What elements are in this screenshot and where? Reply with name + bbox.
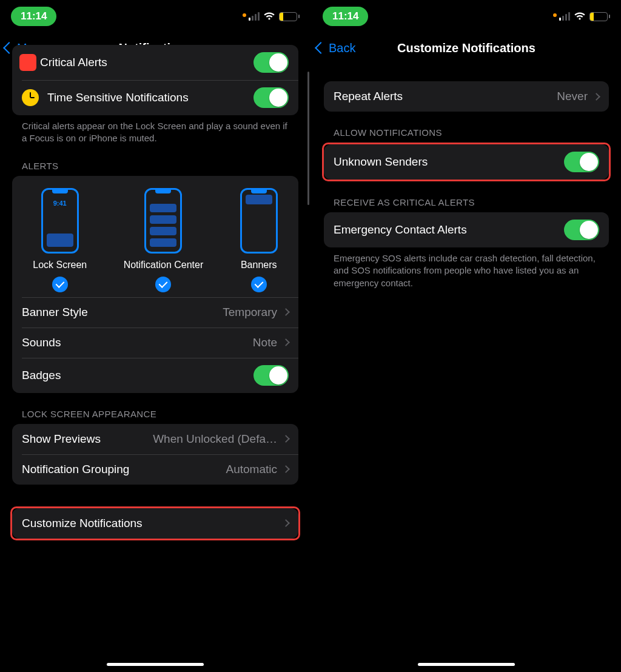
banner-style-label: Banner Style	[22, 306, 223, 319]
wifi-icon	[574, 12, 586, 21]
chevron-right-icon	[282, 308, 290, 316]
time-sensitive-toggle[interactable]	[253, 87, 289, 108]
emergency-contact-alerts-row[interactable]: Emergency Contact Alerts	[324, 212, 609, 247]
sounds-label: Sounds	[22, 336, 253, 349]
alert-option-banners[interactable]: Banners	[240, 188, 278, 292]
phone-left: 11:14 18 Messages Notifications	[0, 0, 310, 672]
critical-alerts-toggle[interactable]	[253, 52, 289, 73]
emergency-label: Emergency Contact Alerts	[334, 223, 564, 237]
wifi-icon	[263, 12, 275, 21]
home-indicator[interactable]	[107, 663, 204, 666]
critical-alerts-row[interactable]: Critical Alerts	[12, 45, 298, 80]
alert-option-notification-center[interactable]: Notification Center	[124, 188, 204, 292]
repeat-alerts-row[interactable]: Repeat Alerts Never	[324, 81, 609, 112]
alert-option-label: Notification Center	[124, 260, 204, 270]
sounds-row[interactable]: Sounds Note	[12, 328, 298, 358]
time-sensitive-label: Time Sensitive Notifications	[47, 91, 253, 104]
check-icon	[52, 277, 68, 292]
lockscreen-group: Show Previews When Unlocked (Defa… Notif…	[12, 424, 298, 485]
show-previews-value: When Unlocked (Defa…	[153, 432, 277, 446]
phone-right: 11:14 18 Back Customize Notifications Re…	[310, 0, 621, 672]
check-icon	[155, 277, 171, 292]
notification-grouping-row[interactable]: Notification Grouping Automatic	[12, 454, 298, 485]
repeat-alerts-label: Repeat Alerts	[334, 90, 557, 103]
badges-toggle[interactable]	[253, 365, 289, 386]
home-indicator[interactable]	[418, 663, 515, 666]
sounds-value: Note	[253, 336, 277, 349]
repeat-alerts-value: Never	[557, 90, 588, 103]
section-critical: Critical Alerts Time Sensitive Notificat…	[12, 45, 298, 115]
banner-style-row[interactable]: Banner Style Temporary	[12, 297, 298, 328]
show-previews-label: Show Previews	[22, 432, 153, 446]
critical-footer: Critical alerts appear on the Lock Scree…	[12, 115, 298, 145]
alert-styles-panel: 9:41 Lock Screen Notification Center	[12, 176, 298, 297]
customize-label: Customize Notifications	[22, 517, 277, 530]
chevron-right-icon	[282, 435, 290, 443]
grouping-label: Notification Grouping	[22, 463, 226, 476]
emergency-footer: Emergency SOS alerts include car crash d…	[324, 247, 609, 289]
chevron-right-icon	[282, 338, 290, 346]
battery-icon: 18	[589, 12, 610, 21]
chevron-right-icon	[282, 519, 290, 527]
lock-screen-icon: 9:41	[41, 188, 79, 254]
unknown-senders-highlight: Unknown Senders	[322, 143, 611, 181]
exclamation-icon	[19, 54, 36, 71]
mic-indicator-dot	[243, 13, 246, 17]
allow-header: ALLOW NOTIFICATIONS	[324, 112, 609, 143]
alert-option-label: Lock Screen	[33, 260, 87, 270]
mic-indicator-dot	[553, 13, 557, 17]
status-time: 11:14	[11, 7, 56, 26]
banner-style-value: Temporary	[223, 306, 277, 319]
back-button[interactable]: Back	[317, 41, 355, 55]
repeat-alerts-group: Repeat Alerts Never	[324, 81, 609, 112]
lockscreen-header: LOCK SCREEN APPEARANCE	[12, 393, 298, 424]
notification-center-icon	[144, 188, 182, 254]
chevron-left-icon	[315, 42, 327, 54]
badges-label: Badges	[22, 369, 253, 382]
cellular-icon	[559, 12, 570, 21]
grouping-value: Automatic	[226, 463, 277, 476]
critical-alerts-label: Critical Alerts	[40, 56, 253, 69]
chevron-right-icon	[592, 93, 600, 101]
battery-icon: 18	[279, 12, 300, 21]
customize-highlight: Customize Notifications	[10, 506, 300, 540]
emergency-group: Emergency Contact Alerts	[324, 212, 609, 247]
cellular-icon	[249, 12, 260, 21]
show-previews-row[interactable]: Show Previews When Unlocked (Defa…	[12, 424, 298, 454]
alerts-header: ALERTS	[12, 145, 298, 176]
status-time: 11:14	[323, 7, 368, 26]
status-bar: 11:14 18	[312, 0, 621, 33]
alerts-group: 9:41 Lock Screen Notification Center	[12, 176, 298, 393]
status-bar: 11:14 18	[0, 0, 310, 33]
critical-header: RECEIVE AS CRITICAL ALERTS	[324, 181, 609, 212]
emergency-toggle[interactable]	[564, 220, 599, 240]
check-icon	[251, 277, 267, 292]
nav-bar: Back Customize Notifications	[312, 33, 621, 63]
customize-notifications-row[interactable]: Customize Notifications	[12, 508, 298, 539]
unknown-senders-toggle[interactable]	[564, 152, 599, 172]
chevron-right-icon	[282, 465, 290, 473]
alert-option-label: Banners	[241, 260, 277, 270]
badges-row[interactable]: Badges	[12, 358, 298, 393]
unknown-senders-label: Unknown Senders	[334, 155, 564, 169]
time-sensitive-row[interactable]: Time Sensitive Notifications	[12, 80, 298, 115]
banners-icon	[240, 188, 278, 254]
alert-option-lock-screen[interactable]: 9:41 Lock Screen	[33, 188, 87, 292]
page-title: Customize Notifications	[397, 41, 535, 55]
unknown-senders-row[interactable]: Unknown Senders	[324, 144, 609, 180]
clock-icon	[22, 89, 39, 106]
